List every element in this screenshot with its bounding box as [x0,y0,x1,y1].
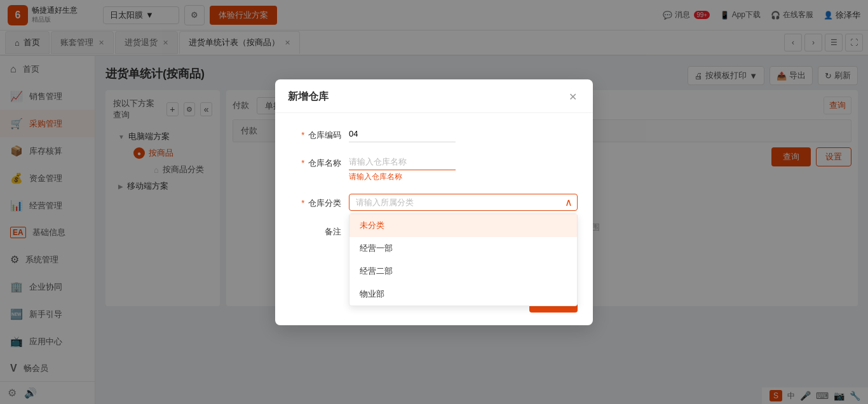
category-arrow-icon[interactable]: ∧ [565,196,573,208]
name-error-msg: 请输入仓库名称 [349,172,578,182]
form-row-code: * 仓库编码 [290,126,578,142]
name-label: * 仓库名称 [290,154,341,169]
category-field-wrap: ∧ 未分类 经营一部 经营二部 物业部 [349,194,578,211]
remark-label: 备注 [290,222,341,238]
form-row-category: * 仓库分类 ∧ 未分类 经营一部 经营二部 物业部 [290,194,578,211]
name-input[interactable] [349,154,456,170]
code-input[interactable] [349,126,456,142]
name-field-wrap: 请输入仓库名称 [349,154,578,182]
form-row-name: * 仓库名称 请输入仓库名称 [290,154,578,182]
modal-header: 新增仓库 ✕ [275,79,593,113]
required-star: * [301,130,304,140]
required-star2: * [301,158,304,168]
dropdown-item-property[interactable]: 物业部 [349,283,577,306]
dropdown-item-ops1[interactable]: 经营一部 [349,237,577,260]
dropdown-item-ops2[interactable]: 经营二部 [349,260,577,283]
category-dropdown: 未分类 经营一部 经营二部 物业部 [349,213,578,306]
category-label: * 仓库分类 [290,194,341,209]
modal-new-warehouse: 新增仓库 ✕ * 仓库编码 * 仓库名称 [275,79,593,325]
code-field-wrap [349,126,578,142]
modal-overlay: 新增仓库 ✕ * 仓库编码 * 仓库名称 [0,0,868,404]
required-star3: * [301,198,304,208]
category-input[interactable] [349,194,578,211]
modal-title: 新增仓库 [288,90,329,104]
code-label: * 仓库编码 [290,126,341,141]
modal-body: * 仓库编码 * 仓库名称 请输入仓库名称 [275,113,593,285]
modal-close-icon[interactable]: ✕ [565,90,580,105]
dropdown-item-unclassified[interactable]: 未分类 [349,214,577,237]
